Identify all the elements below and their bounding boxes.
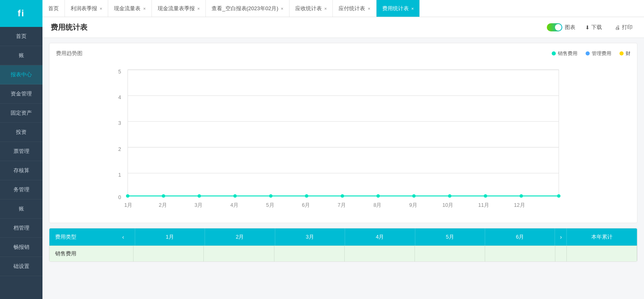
- sidebar-item-inventory[interactable]: 存核算: [0, 161, 42, 180]
- svg-point-25: [557, 194, 560, 197]
- close-tab-expense-stats[interactable]: ×: [411, 6, 414, 11]
- svg-point-24: [519, 194, 523, 197]
- sidebar-item-archive[interactable]: 档管理: [0, 219, 42, 238]
- svg-text:5: 5: [118, 69, 121, 75]
- table-cell-nav-spacer: [555, 246, 567, 261]
- svg-text:2: 2: [118, 146, 121, 152]
- chart-legend: 销售费用 管理费用 财: [552, 50, 631, 57]
- sidebar-item-invest[interactable]: 投资: [0, 123, 42, 142]
- legend-dot-finance: [619, 51, 624, 55]
- svg-point-13: [126, 194, 129, 197]
- table-header-month2: 2月: [205, 228, 275, 246]
- close-tab-profit-quarterly[interactable]: ×: [100, 6, 102, 11]
- svg-text:5月: 5月: [266, 202, 274, 208]
- main-content: 首页 利润表季报 × 现金流量表 × 现金流量表季报 × 查看_空白报表(202…: [42, 0, 644, 299]
- table-header-month5: 5月: [415, 228, 485, 246]
- download-button[interactable]: ⬇ 下载: [582, 22, 605, 33]
- legend-dot-sales: [552, 51, 556, 55]
- svg-point-23: [484, 194, 487, 197]
- tab-blank-report[interactable]: 查看_空白报表(2023年02月) ×: [206, 0, 290, 17]
- svg-text:7月: 7月: [338, 202, 346, 208]
- tab-receivable[interactable]: 应收统计表 ×: [290, 0, 333, 17]
- print-icon: 🖨: [615, 24, 620, 31]
- svg-text:1: 1: [118, 172, 121, 178]
- sidebar-item-assets[interactable]: 固定资产: [0, 104, 42, 123]
- sidebar-logo: fi: [0, 0, 42, 27]
- print-button[interactable]: 🖨 打印: [612, 22, 636, 33]
- chart-container: 5 4 3 2 1 0: [56, 61, 631, 216]
- svg-rect-12: [128, 70, 559, 196]
- data-table: 费用类型 ‹ 1月 2月 3月 4月 5月 6月 › 本年累计 销售费用: [49, 228, 637, 262]
- sidebar-item-expense[interactable]: 畅报销: [0, 238, 42, 257]
- sidebar: fi 首页 账 报表中心 资金管理 固定资产 投资 票管理 存核算 务管理 账 …: [0, 0, 42, 299]
- chart-header: 费用趋势图 销售费用 管理费用 财: [56, 50, 631, 57]
- table-header-month3: 3月: [275, 228, 345, 246]
- sidebar-item-funds[interactable]: 资金管理: [0, 84, 42, 104]
- svg-text:4月: 4月: [230, 202, 238, 208]
- svg-text:12月: 12月: [514, 202, 525, 208]
- table-header-month1: 1月: [135, 228, 205, 246]
- nav-next-icon[interactable]: ›: [555, 234, 566, 240]
- svg-text:11月: 11月: [478, 202, 489, 208]
- legend-sales: 销售费用: [552, 50, 577, 57]
- tab-cashflow[interactable]: 现金流量表 ×: [108, 0, 152, 17]
- svg-text:3: 3: [118, 120, 121, 126]
- svg-point-15: [198, 194, 201, 197]
- sidebar-item-invoice[interactable]: 票管理: [0, 142, 42, 161]
- tab-bar: 首页 利润表季报 × 现金流量表 × 现金流量表季报 × 查看_空白报表(202…: [42, 0, 644, 17]
- table-header-ytd: 本年累计: [567, 228, 637, 246]
- page-header: 费用统计表 图表 ⬇ 下载 🖨 打印: [42, 17, 644, 38]
- chart-toggle[interactable]: 图表: [547, 23, 575, 31]
- nav-next-cell[interactable]: ›: [555, 228, 567, 246]
- legend-admin: 管理费用: [586, 50, 611, 57]
- chart-section: 费用趋势图 销售费用 管理费用 财: [49, 43, 637, 223]
- svg-point-21: [412, 194, 415, 197]
- table-cell-m2: [204, 246, 274, 261]
- table-header-month6: 6月: [485, 228, 555, 246]
- tab-payable[interactable]: 应付统计表 ×: [333, 0, 376, 17]
- nav-prev-icon[interactable]: ‹: [118, 234, 129, 240]
- sidebar-item-home[interactable]: 首页: [0, 27, 42, 46]
- table-header-row: 费用类型 ‹ 1月 2月 3月 4月 5月 6月 › 本年累计: [49, 228, 637, 246]
- tab-expense-stats[interactable]: 费用统计表 ×: [377, 0, 420, 17]
- sidebar-item-settings[interactable]: 础设置: [0, 257, 42, 276]
- sidebar-item-service[interactable]: 务管理: [0, 180, 42, 199]
- close-tab-cashflow-quarterly[interactable]: ×: [197, 6, 200, 11]
- legend-finance: 财: [619, 50, 631, 57]
- sidebar-item-ledger[interactable]: 账: [0, 199, 42, 219]
- svg-point-22: [448, 194, 451, 197]
- close-tab-blank-report[interactable]: ×: [281, 6, 283, 11]
- table-cell-m6: [485, 246, 555, 261]
- tab-profit-quarterly[interactable]: 利润表季报 ×: [65, 0, 108, 17]
- close-tab-cashflow[interactable]: ×: [143, 6, 145, 11]
- table-cell-m5: [415, 246, 485, 261]
- toggle-switch[interactable]: [547, 23, 562, 31]
- svg-text:9月: 9月: [409, 202, 417, 208]
- page-title: 费用统计表: [51, 22, 87, 32]
- svg-text:0: 0: [118, 195, 121, 200]
- svg-text:1月: 1月: [124, 202, 132, 208]
- svg-text:4: 4: [118, 95, 121, 100]
- tab-cashflow-quarterly[interactable]: 现金流量表季报 ×: [152, 0, 206, 17]
- table-header-month4: 4月: [345, 228, 415, 246]
- header-actions: 图表 ⬇ 下载 🖨 打印: [547, 22, 636, 33]
- svg-text:6月: 6月: [302, 202, 310, 208]
- close-tab-receivable[interactable]: ×: [324, 6, 327, 11]
- svg-point-18: [305, 194, 308, 197]
- sidebar-item-account[interactable]: 账: [0, 46, 42, 65]
- table-cell-m1: [134, 246, 204, 261]
- sidebar-item-reports[interactable]: 报表中心: [0, 65, 42, 84]
- svg-point-20: [377, 194, 380, 197]
- svg-text:8月: 8月: [373, 202, 381, 208]
- svg-point-19: [341, 194, 344, 197]
- legend-dot-admin: [586, 51, 590, 55]
- svg-point-17: [269, 194, 272, 197]
- chart-title: 费用趋势图: [56, 50, 82, 57]
- svg-text:10月: 10月: [442, 202, 453, 208]
- svg-point-16: [233, 194, 236, 197]
- table-header-type: 费用类型 ‹: [49, 228, 135, 246]
- tab-home[interactable]: 首页: [42, 0, 65, 17]
- page-content: 费用统计表 图表 ⬇ 下载 🖨 打印 费用趋势图: [42, 17, 644, 299]
- close-tab-payable[interactable]: ×: [368, 6, 370, 11]
- table-cell-type: 销售费用: [49, 246, 134, 261]
